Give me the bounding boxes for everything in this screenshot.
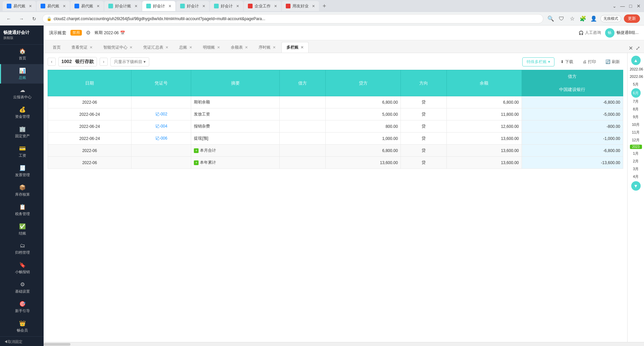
tab-balance-sheet[interactable]: 余额表 ✕ xyxy=(226,42,253,53)
month-item-7月[interactable]: 7月 xyxy=(629,98,643,105)
month-item-2022-06-second[interactable]: 2022.06 xyxy=(629,73,643,80)
horizontal-scrollbar[interactable] xyxy=(44,342,644,346)
sidebar-item-fund[interactable]: 💰 资金管理 xyxy=(0,103,44,122)
browser-tab-9[interactable]: 用友好业 ✕ xyxy=(282,1,319,11)
tab-close-balance[interactable]: ✕ xyxy=(245,45,248,50)
forward-button[interactable]: → xyxy=(17,14,26,23)
tab-close-1[interactable]: ✕ xyxy=(29,4,32,8)
month-item-2022-06-first[interactable]: 2022.06 xyxy=(629,66,643,72)
tab-close-smart[interactable]: ✕ xyxy=(129,45,132,50)
star-icon[interactable]: ☆ xyxy=(568,15,576,23)
sidebar-item-close-account[interactable]: ✅ 结账 xyxy=(0,220,44,239)
browser-tab-8[interactable]: 企业工作 ✕ xyxy=(244,1,281,11)
tab-general-ledger[interactable]: 总账 ✕ xyxy=(174,42,197,53)
sidebar-item-home[interactable]: 🏠 首页 xyxy=(0,45,44,64)
tab-close-multi[interactable]: ✕ xyxy=(301,45,304,50)
consult-button[interactable]: 🎧 人工咨询 xyxy=(579,30,601,36)
browser-tab-6[interactable]: 好会计 ✕ xyxy=(176,1,209,11)
print-button[interactable]: 🖨 打印 xyxy=(579,58,599,66)
month-item-2023-2月[interactable]: 2月 xyxy=(629,157,643,165)
tab-close-2[interactable]: ✕ xyxy=(63,4,66,8)
collapse-panel-button[interactable]: ✕ xyxy=(629,45,633,51)
month-item-10月[interactable]: 10月 xyxy=(629,121,643,129)
special-multi-column-button[interactable]: 特殊多栏账 ▾ xyxy=(522,57,554,66)
tab-close-sequence[interactable]: ✕ xyxy=(273,45,276,50)
tab-close-general[interactable]: ✕ xyxy=(189,45,192,50)
calendar-icon[interactable]: 📅 xyxy=(120,31,125,35)
scroll-up-button[interactable]: ▲ xyxy=(631,56,641,65)
tab-view-voucher[interactable]: 查看凭证 ✕ xyxy=(66,42,98,53)
tab-close-detail[interactable]: ✕ xyxy=(217,45,220,50)
sidebar-item-basic-settings[interactable]: ⚙ 基础设置 xyxy=(0,278,44,297)
search-icon[interactable]: 🔍 xyxy=(547,15,555,23)
prev-account-button[interactable]: ‹ xyxy=(48,58,56,66)
expand-panel-button[interactable]: ⤢ xyxy=(636,45,640,51)
settings-icon[interactable]: ⚙ xyxy=(86,30,91,36)
browser-tab-7[interactable]: 好会计 ✕ xyxy=(210,1,243,11)
reload-button[interactable]: ↻ xyxy=(30,14,39,23)
new-tab-button[interactable]: + xyxy=(320,1,329,11)
browser-tab-4[interactable]: 好会计账 ✕ xyxy=(104,1,142,11)
cancel-fixed-button[interactable]: ◀取消固定 xyxy=(0,337,44,346)
filter-subcategory-button[interactable]: 只显示下级科目 ▾ xyxy=(110,57,149,66)
tab-close-view-voucher[interactable]: ✕ xyxy=(90,45,93,50)
tab-close-7[interactable]: ✕ xyxy=(236,4,239,8)
sidebar-item-tax[interactable]: 📋 税务管理 xyxy=(0,200,44,220)
sidebar-item-salary[interactable]: 💳 工资 xyxy=(0,142,44,161)
tab-close-6[interactable]: ✕ xyxy=(202,4,205,8)
sidebar-item-expense[interactable]: 🔖 小畅报销 xyxy=(0,258,44,278)
maximize-button[interactable]: □ xyxy=(628,3,633,9)
browser-tab-2[interactable]: 易代账 ✕ xyxy=(37,1,70,11)
tab-close-9[interactable]: ✕ xyxy=(312,4,315,8)
wumo-mode-button[interactable]: 无痕模式 xyxy=(600,15,621,22)
scroll-thumb[interactable] xyxy=(44,343,70,346)
month-item-6月[interactable]: 6月 xyxy=(631,88,641,98)
next-account-button[interactable]: › xyxy=(100,58,108,66)
close-window-button[interactable]: ✕ xyxy=(636,3,641,9)
download-button[interactable]: ⬇ 下载 xyxy=(557,58,577,66)
tab-home[interactable]: 首页 xyxy=(48,42,66,53)
month-item-2023-4月[interactable]: 4月 xyxy=(629,173,643,181)
month-item-11月[interactable]: 11月 xyxy=(629,129,643,136)
tab-close-summary[interactable]: ✕ xyxy=(165,45,168,50)
month-item-5月[interactable]: 5月 xyxy=(629,81,643,88)
scroll-down-button[interactable]: ▼ xyxy=(631,181,641,191)
sidebar-item-assets[interactable]: 🏢 固定资产 xyxy=(0,122,44,142)
extension-icon[interactable]: 🧩 xyxy=(579,15,587,23)
sidebar-item-archive[interactable]: 🗂 归档管理 xyxy=(0,239,44,258)
user-menu[interactable]: 畅 畅捷通B组... xyxy=(605,28,639,38)
tab-list-button[interactable]: ⌄ xyxy=(612,3,617,9)
tab-multi-column[interactable]: 多栏账 ✕ xyxy=(281,42,309,53)
sidebar-item-guide[interactable]: 🎯 新手引导 xyxy=(0,297,44,317)
browser-tab-1[interactable]: 易代账 ✕ xyxy=(3,1,36,11)
sidebar-item-invoice[interactable]: 🧾 发票管理 xyxy=(0,161,44,181)
month-item-12月[interactable]: 12月 xyxy=(629,136,643,144)
month-item-9月[interactable]: 9月 xyxy=(629,113,643,121)
cell-voucher[interactable]: 记-002 xyxy=(131,108,191,120)
cell-voucher[interactable]: 记-004 xyxy=(131,120,191,133)
sidebar-item-inventory[interactable]: 📦 库存核算 xyxy=(0,181,44,200)
browser-tab-5[interactable]: 好会计 ✕ xyxy=(142,1,175,11)
update-button[interactable]: 更新 xyxy=(624,14,640,23)
tab-close-3[interactable]: ✕ xyxy=(97,4,100,8)
tab-smart-voucher[interactable]: 智能凭证中心 ✕ xyxy=(98,42,138,53)
tab-detail-ledger[interactable]: 明细账 ✕ xyxy=(198,42,225,53)
tab-close-8[interactable]: ✕ xyxy=(274,4,277,8)
sidebar-item-cloud-report[interactable]: ☁ 云报表中心 xyxy=(0,84,44,103)
tab-sequence[interactable]: 序时账 ✕ xyxy=(254,42,281,53)
cell-voucher[interactable]: 记-006 xyxy=(131,133,191,145)
user-profile-icon[interactable]: 👤 xyxy=(590,15,598,23)
month-item-2023-1月[interactable]: 1月 xyxy=(629,150,643,157)
minimize-button[interactable]: — xyxy=(620,3,625,9)
back-button[interactable]: ← xyxy=(4,14,13,23)
shield-icon[interactable]: 🛡 xyxy=(557,15,566,23)
month-item-8月[interactable]: 8月 xyxy=(629,105,643,113)
tab-close-4[interactable]: ✕ xyxy=(135,4,138,8)
url-input[interactable]: 🔒 cloud2.chanjet.com/accounting/uh26t264… xyxy=(42,14,543,23)
month-item-2023-3月[interactable]: 3月 xyxy=(629,165,643,173)
sidebar-item-member[interactable]: 👑 畅会员 xyxy=(0,317,44,336)
sidebar-item-ledger[interactable]: 📊 总账 xyxy=(0,64,44,84)
browser-tab-3[interactable]: 易代账 ✕ xyxy=(70,1,104,11)
refresh-button[interactable]: 🔄 刷新 xyxy=(602,58,623,66)
tab-close-5[interactable]: ✕ xyxy=(168,4,171,8)
